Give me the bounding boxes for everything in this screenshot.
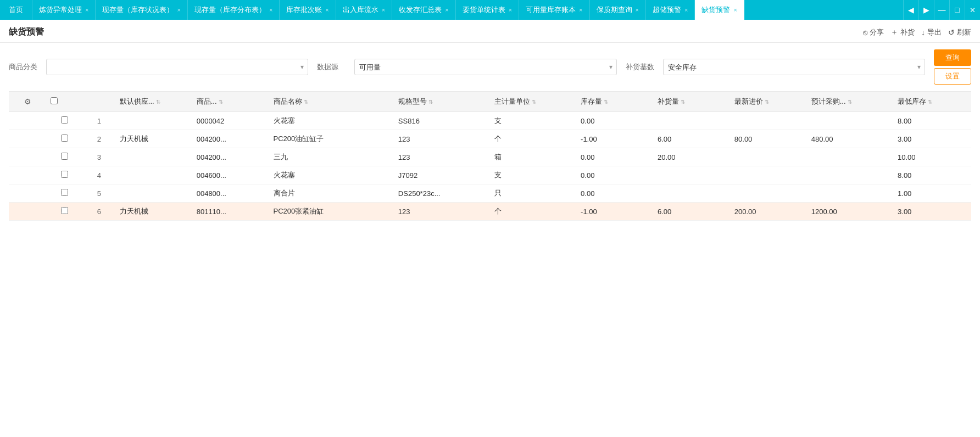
nav-close[interactable]: ✕ xyxy=(965,0,980,20)
tab-close-btn[interactable]: × xyxy=(382,7,385,13)
settings-button[interactable]: 设置 xyxy=(934,68,971,85)
th-latest-price[interactable]: 最新进价⇅ xyxy=(731,92,808,112)
row-product-name: 三九 xyxy=(270,148,395,166)
datasource-select[interactable]: 可用量 xyxy=(354,59,616,75)
th-spec[interactable]: 规格型号⇅ xyxy=(395,92,491,112)
nav-arrow-left[interactable]: ◀ xyxy=(903,0,918,20)
row-est-purchase xyxy=(808,166,894,184)
row-spec: 123 xyxy=(395,203,491,221)
refresh-button[interactable]: ↺ 刷新 xyxy=(948,27,971,37)
tab-close-btn[interactable]: × xyxy=(579,7,582,13)
nav-maximize[interactable]: □ xyxy=(949,0,965,20)
row-replenish-qty: 6.00 xyxy=(654,130,731,148)
category-select[interactable] xyxy=(46,59,308,75)
nav-tab[interactable]: 收发存汇总表× xyxy=(392,0,455,20)
gear-settings-btn[interactable]: ⚙ xyxy=(23,96,32,107)
row-number: 3 xyxy=(82,148,116,166)
row-latest-price: 200.00 xyxy=(731,203,808,221)
row-product-name: PC200油缸缸子 xyxy=(270,130,395,148)
row-min-stock: 3.00 xyxy=(894,130,971,148)
query-button[interactable]: 查询 xyxy=(934,49,971,66)
th-product-name[interactable]: 商品名称⇅ xyxy=(270,92,395,112)
nav-tab[interactable]: 要货单统计表× xyxy=(456,0,519,20)
nav-tab[interactable]: 出入库流水× xyxy=(336,0,392,20)
nav-tab[interactable]: 炼货异常处理× xyxy=(32,0,96,20)
nav-tab[interactable]: 保质期查询× xyxy=(590,0,646,20)
nav-home[interactable]: 首页 xyxy=(0,0,32,20)
nav-tab[interactable]: 现存量（库存分布表）× xyxy=(188,0,280,20)
th-unit[interactable]: 主计量单位⇅ xyxy=(491,92,577,112)
row-stock: 0.00 xyxy=(577,184,654,203)
share-label: 分享 xyxy=(870,27,884,37)
export-button[interactable]: ↓ 导出 xyxy=(921,27,942,37)
tab-close-btn[interactable]: × xyxy=(733,7,737,13)
nav-tab[interactable]: 缺货预警× xyxy=(695,0,744,20)
row-checkbox[interactable] xyxy=(61,135,68,142)
row-checkbox-cell[interactable] xyxy=(47,166,82,184)
row-checkbox-cell[interactable] xyxy=(47,148,82,166)
replenish-label: 补货 xyxy=(900,27,915,37)
row-product-name: 火花塞 xyxy=(270,166,395,184)
th-product-code[interactable]: 商品...⇅ xyxy=(193,92,270,112)
row-spec: 123 xyxy=(395,130,491,148)
tab-close-btn[interactable]: × xyxy=(636,7,639,13)
th-est-purchase[interactable]: 预计采购...⇅ xyxy=(808,92,894,112)
nav-tab[interactable]: 库存批次账× xyxy=(280,0,336,20)
row-checkbox[interactable] xyxy=(61,207,68,214)
row-checkbox[interactable] xyxy=(61,153,68,160)
row-replenish-qty xyxy=(654,112,731,130)
th-stock[interactable]: 库存量⇅ xyxy=(577,92,654,112)
share-button[interactable]: ⎋ 分享 xyxy=(863,27,884,37)
row-checkbox-cell[interactable] xyxy=(47,112,82,130)
tab-close-btn[interactable]: × xyxy=(177,7,180,13)
row-checkbox-cell[interactable] xyxy=(47,130,82,148)
row-supplier xyxy=(116,148,193,166)
th-checkbox[interactable] xyxy=(47,92,82,112)
datasource-select-wrap: 可用量 ▾ xyxy=(354,59,616,75)
tab-close-btn[interactable]: × xyxy=(509,7,512,13)
row-product-code: 0000042 xyxy=(193,112,270,130)
row-est-purchase: 1200.00 xyxy=(808,203,894,221)
share-icon: ⎋ xyxy=(863,28,867,37)
th-default-supplier[interactable]: 默认供应...⇅ xyxy=(116,92,193,112)
row-checkbox[interactable] xyxy=(61,116,68,124)
nav-minimize[interactable]: — xyxy=(934,0,949,20)
row-checkbox[interactable] xyxy=(61,171,68,178)
row-product-code: 801110... xyxy=(193,203,270,221)
category-label: 商品分类 xyxy=(9,62,42,72)
select-all-checkbox[interactable] xyxy=(51,97,58,104)
th-gear[interactable]: ⚙ xyxy=(9,92,47,112)
row-min-stock: 3.00 xyxy=(894,203,971,221)
tab-close-btn[interactable]: × xyxy=(269,7,272,13)
nav-arrows: ◀ ▶ — □ ✕ xyxy=(903,0,980,20)
nav-arrow-right[interactable]: ▶ xyxy=(918,0,934,20)
replenish-base-select[interactable]: 安全库存 xyxy=(663,59,925,75)
th-replenish-qty[interactable]: 补货量⇅ xyxy=(654,92,731,112)
tab-close-btn[interactable]: × xyxy=(85,7,88,13)
row-number: 4 xyxy=(82,166,116,184)
row-latest-price xyxy=(731,112,808,130)
nav-tab[interactable]: 可用量库存账本× xyxy=(519,0,589,20)
th-min-stock[interactable]: 最低库存⇅ xyxy=(894,92,971,112)
row-checkbox-cell[interactable] xyxy=(47,203,82,221)
page-header: 缺货预警 ⎋ 分享 ＋ 补货 ↓ 导出 ↺ 刷新 xyxy=(0,20,980,43)
table-row: 2力天机械004200...PC200油缸缸子123个-1.006.0080.0… xyxy=(9,130,971,148)
tab-close-btn[interactable]: × xyxy=(445,7,448,13)
row-replenish-qty: 20.00 xyxy=(654,148,731,166)
refresh-label: 刷新 xyxy=(957,27,971,37)
table-container: ⚙ 默认供应...⇅ 商品...⇅ 商品名称⇅ 规格型号⇅ 主计量单位⇅ 库存量… xyxy=(0,91,980,229)
row-latest-price xyxy=(731,184,808,203)
row-latest-price: 80.00 xyxy=(731,130,808,148)
replenish-button[interactable]: ＋ 补货 xyxy=(890,27,915,37)
nav-tab[interactable]: 超储预警× xyxy=(646,0,695,20)
row-checkbox-cell[interactable] xyxy=(47,184,82,203)
row-supplier xyxy=(116,112,193,130)
nav-tab[interactable]: 现存量（库存状况表）× xyxy=(96,0,187,20)
row-checkbox[interactable] xyxy=(61,189,68,196)
row-gear-cell xyxy=(9,130,47,148)
row-product-code: 004600... xyxy=(193,166,270,184)
tab-close-btn[interactable]: × xyxy=(684,7,688,13)
page-title: 缺货预警 xyxy=(9,26,44,38)
row-spec: J7092 xyxy=(395,166,491,184)
tab-close-btn[interactable]: × xyxy=(325,7,328,13)
